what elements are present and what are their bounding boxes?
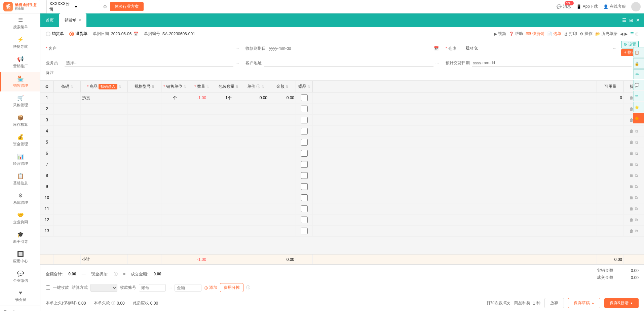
td-product-1[interactable]: 拆贡 bbox=[81, 92, 128, 103]
td-barcode-1[interactable] bbox=[54, 92, 81, 103]
delete-icon-13[interactable]: 🗑 bbox=[630, 229, 634, 233]
tab-home[interactable]: 首页 bbox=[40, 13, 59, 27]
td-qty-1[interactable]: -1.00 bbox=[188, 92, 215, 103]
settings-icon[interactable]: ⚙ bbox=[103, 4, 107, 9]
sidebar-item-operation[interactable]: 📊 经营管理 bbox=[0, 150, 40, 169]
salesperson-dots-icon[interactable]: ··· bbox=[235, 61, 239, 66]
sidebar-item-inventory[interactable]: 📦 库存核算 bbox=[0, 111, 40, 130]
rpb-star[interactable]: ⭐ bbox=[633, 102, 644, 112]
prev-icon[interactable]: ◀ bbox=[620, 32, 623, 36]
td-gift-2[interactable] bbox=[296, 104, 313, 114]
settlement-select[interactable] bbox=[90, 284, 117, 292]
due-date-calendar-icon[interactable]: 📅 bbox=[434, 46, 439, 51]
operate-btn[interactable]: ⚙ 操作 bbox=[580, 31, 593, 37]
gift-checkbox-5[interactable] bbox=[301, 139, 308, 146]
gift-checkbox-8[interactable] bbox=[301, 172, 308, 179]
delete-icon-9[interactable]: 🗑 bbox=[630, 184, 634, 189]
th-settings[interactable]: ⚙ bbox=[40, 81, 54, 92]
copy-icon-4[interactable]: ⧉ bbox=[635, 129, 638, 133]
tab-close-icon[interactable]: × bbox=[79, 18, 81, 23]
layout-grid-icon[interactable]: ⊞ bbox=[635, 32, 639, 36]
calendar-icon[interactable]: 📅 bbox=[134, 32, 139, 36]
customer-address-dots-icon[interactable]: ··· bbox=[435, 61, 439, 66]
copy-icon-12[interactable]: ⧉ bbox=[635, 218, 638, 222]
add-button[interactable]: ⊕ 添加 bbox=[204, 285, 217, 290]
gift-checkbox-2[interactable] bbox=[301, 106, 308, 112]
account-input[interactable] bbox=[139, 284, 166, 291]
gift-checkbox-1[interactable] bbox=[301, 94, 308, 101]
sidebar-item-appstore[interactable]: 🔲 应用中心 bbox=[0, 247, 40, 267]
gift-checkbox-7[interactable] bbox=[301, 161, 308, 168]
amount-input[interactable] bbox=[175, 284, 201, 291]
td-spec-2[interactable] bbox=[128, 104, 161, 114]
history-btn[interactable]: 📂 历史单据 bbox=[595, 31, 617, 37]
warehouse-input[interactable] bbox=[464, 45, 611, 52]
td-desc-1[interactable] bbox=[313, 92, 597, 103]
sidebar-item-system[interactable]: ⚙ 系统管理 bbox=[0, 189, 40, 208]
delete-icon-5[interactable]: 🗑 bbox=[630, 140, 634, 145]
rpb-edit[interactable]: ✏ bbox=[633, 91, 644, 101]
customer-dots-icon[interactable]: ··· bbox=[235, 46, 239, 51]
copy-icon-10[interactable]: ⧉ bbox=[635, 195, 638, 200]
rpb-view[interactable]: 👁 bbox=[633, 69, 644, 79]
one-pay-checkbox[interactable] bbox=[46, 285, 50, 290]
avatar[interactable] bbox=[631, 2, 641, 11]
sidebar-item-enterprise[interactable]: 🤝 企业协同 bbox=[0, 208, 40, 228]
copy-icon-11[interactable]: ⧉ bbox=[635, 206, 638, 211]
app-download-button[interactable]: 📱 App下载 bbox=[576, 4, 598, 9]
copy-icon-5[interactable]: ⧉ bbox=[635, 140, 638, 145]
rpb-lock[interactable]: 🔒 bbox=[633, 58, 644, 69]
delete-icon-8[interactable]: 🗑 bbox=[630, 173, 634, 178]
gift-checkbox-10[interactable] bbox=[301, 194, 308, 201]
delete-icon-11[interactable]: 🗑 bbox=[630, 206, 634, 211]
sidebar-item-sales[interactable]: 🏪 销售管理 bbox=[0, 72, 40, 91]
discount-info-icon[interactable]: ⓘ bbox=[114, 271, 118, 277]
expected-date-input[interactable] bbox=[472, 60, 632, 67]
gift-checkbox-12[interactable] bbox=[301, 217, 308, 223]
gift-checkbox-6[interactable] bbox=[301, 150, 308, 157]
td-price-1[interactable]: 0.00 bbox=[242, 92, 269, 103]
help-btn[interactable]: ❓ 帮助 bbox=[509, 31, 523, 37]
td-gift-1[interactable] bbox=[296, 92, 313, 103]
video-btn[interactable]: ▶ 视频 bbox=[494, 31, 506, 37]
rpb-chat[interactable]: 💬 bbox=[633, 80, 644, 90]
total-debt-info-icon[interactable]: ⓘ bbox=[111, 300, 115, 306]
fee-split-button[interactable]: 费用分摊 bbox=[220, 283, 243, 292]
company-selector[interactable]: XXXXXX公司 ▼ bbox=[46, 0, 100, 14]
sidebar-item-guide[interactable]: 🎓 新手引导 bbox=[0, 228, 40, 247]
gift-checkbox-11[interactable] bbox=[301, 205, 308, 212]
sidebar-item-basic[interactable]: 📋 基础信息 bbox=[0, 169, 40, 189]
radio-sales-order[interactable]: 销货单 bbox=[46, 31, 64, 37]
copy-icon-7[interactable]: ⧉ bbox=[635, 162, 638, 167]
td-price-2[interactable] bbox=[242, 104, 269, 114]
save-draft-button[interactable]: 保存草稿 ▲ bbox=[568, 298, 600, 308]
abandon-button[interactable]: 放弃 bbox=[544, 298, 564, 308]
select-btn[interactable]: 📄 选单 bbox=[547, 31, 561, 37]
gift-checkbox-9[interactable] bbox=[301, 183, 308, 190]
td-product-2[interactable] bbox=[81, 104, 128, 114]
delete-icon-10[interactable]: 🗑 bbox=[630, 195, 634, 200]
layout-list-icon[interactable]: ☰ bbox=[630, 32, 634, 36]
trial-button[interactable]: 体验行业方案 bbox=[110, 2, 144, 11]
td-amount-2[interactable] bbox=[269, 104, 296, 114]
td-unit-2[interactable] bbox=[161, 104, 188, 114]
td-unit-1[interactable]: 个 bbox=[161, 92, 188, 103]
td-barcode-2[interactable] bbox=[54, 104, 81, 114]
rpb-notes[interactable]: 📋 bbox=[633, 47, 644, 57]
print-btn[interactable]: 🖨 打印 bbox=[564, 31, 577, 37]
gift-checkbox-13[interactable] bbox=[301, 228, 308, 234]
remark-input[interactable] bbox=[65, 69, 199, 76]
warehouse-dots-icon[interactable]: ··· bbox=[613, 46, 616, 51]
account-dots-icon[interactable]: ··· bbox=[168, 285, 172, 290]
copy-icon-6[interactable]: ⧉ bbox=[635, 151, 638, 156]
td-qty-2[interactable] bbox=[188, 104, 215, 114]
sidebar-collapse-icon[interactable]: ◀ bbox=[10, 309, 14, 311]
message-button[interactable]: 💬 消息 99+ bbox=[557, 4, 571, 9]
tab-layout-list-icon[interactable]: ☰ bbox=[622, 17, 627, 23]
gift-checkbox-3[interactable] bbox=[301, 117, 308, 123]
td-spec-1[interactable] bbox=[128, 92, 161, 103]
scan-button[interactable]: 扫码录入 bbox=[99, 84, 117, 89]
salesperson-input[interactable] bbox=[65, 60, 233, 67]
radio-return-order[interactable]: 退货单 bbox=[69, 31, 87, 37]
customer-address-input[interactable] bbox=[264, 60, 433, 67]
